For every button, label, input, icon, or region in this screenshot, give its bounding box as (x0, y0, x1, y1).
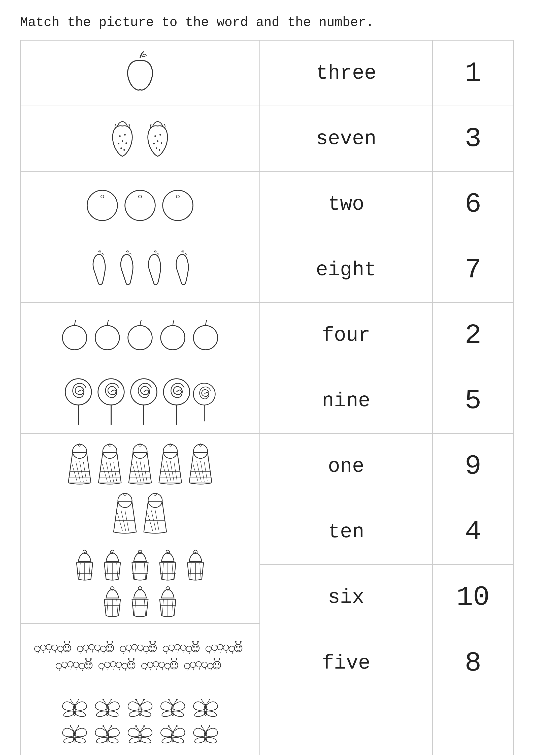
numbers-column: 1 3 6 7 2 5 9 4 10 8 (433, 40, 513, 755)
svg-point-222 (235, 641, 237, 643)
picture-cell-butterfly (21, 689, 260, 755)
svg-point-120 (194, 550, 197, 554)
svg-point-148 (58, 646, 63, 652)
svg-point-267 (165, 663, 170, 669)
svg-line-39 (80, 461, 83, 482)
svg-point-24 (193, 326, 217, 350)
svg-point-336 (143, 725, 145, 727)
svg-point-230 (62, 662, 67, 667)
svg-point-320 (201, 699, 202, 700)
svg-line-90 (148, 513, 153, 531)
svg-point-236 (89, 663, 91, 665)
svg-point-316 (176, 699, 178, 700)
svg-point-147 (52, 645, 58, 650)
svg-point-280 (184, 663, 190, 669)
svg-point-341 (176, 725, 178, 727)
svg-point-199 (186, 646, 192, 652)
svg-point-195 (163, 646, 168, 652)
svg-point-9 (157, 140, 159, 142)
svg-point-229 (56, 663, 62, 669)
svg-point-212 (206, 646, 211, 652)
words-numbers-columns: three seven two eight four nine one ten … (260, 40, 513, 755)
svg-point-252 (129, 663, 131, 665)
svg-point-184 (150, 646, 152, 648)
svg-point-126 (111, 587, 114, 590)
svg-line-66 (170, 461, 174, 482)
svg-line-105 (116, 563, 118, 579)
number-cell-5: 5 (433, 368, 513, 434)
svg-line-75 (200, 461, 204, 482)
svg-point-264 (147, 662, 153, 667)
svg-point-145 (40, 645, 46, 650)
svg-point-102 (111, 550, 114, 554)
number-cell-6: 6 (433, 172, 513, 237)
svg-line-103 (107, 563, 108, 579)
svg-point-182 (143, 646, 149, 652)
number-cell-10: 10 (433, 565, 513, 630)
svg-point-330 (103, 725, 104, 727)
svg-point-179 (126, 645, 132, 650)
word-cell-nine: nine (260, 368, 432, 434)
svg-line-111 (144, 563, 145, 579)
svg-point-213 (212, 645, 217, 650)
svg-point-198 (180, 645, 186, 650)
svg-point-8 (160, 134, 161, 136)
word-cell-eight: eight (260, 237, 432, 303)
svg-point-178 (120, 646, 126, 652)
svg-point-19 (176, 195, 179, 198)
svg-point-290 (214, 658, 215, 660)
svg-point-146 (46, 644, 52, 650)
svg-point-345 (201, 725, 202, 727)
picture-cell-icecream (21, 434, 260, 541)
number-cell-7: 7 (433, 237, 513, 303)
svg-point-311 (143, 699, 145, 700)
svg-line-64 (163, 464, 168, 482)
svg-point-340 (168, 725, 169, 727)
svg-point-3 (118, 143, 119, 145)
svg-point-283 (202, 662, 207, 667)
svg-point-196 (169, 645, 174, 650)
svg-point-165 (100, 646, 106, 652)
svg-point-23 (161, 326, 185, 350)
svg-point-321 (209, 699, 210, 700)
number-cell-3: 3 (433, 106, 513, 172)
svg-point-310 (135, 699, 137, 700)
svg-point-315 (168, 699, 169, 700)
svg-point-155 (69, 641, 70, 643)
svg-point-335 (135, 725, 137, 727)
svg-point-306 (111, 699, 112, 700)
svg-point-22 (128, 326, 152, 350)
svg-line-117 (172, 563, 173, 579)
svg-point-214 (217, 644, 223, 650)
svg-point-161 (77, 646, 83, 652)
word-cell-two: two (260, 172, 432, 237)
svg-point-232 (73, 662, 79, 667)
svg-point-249 (116, 662, 122, 667)
svg-point-246 (99, 663, 104, 669)
svg-point-248 (110, 662, 116, 667)
svg-point-205 (192, 641, 194, 643)
svg-point-151 (68, 646, 69, 648)
svg-point-96 (83, 550, 87, 554)
svg-point-172 (112, 641, 113, 643)
svg-point-11 (161, 142, 162, 144)
svg-point-286 (215, 663, 216, 665)
word-cell-four: four (260, 303, 432, 368)
svg-line-139 (162, 599, 164, 616)
svg-point-138 (166, 587, 169, 590)
svg-line-97 (79, 563, 80, 579)
svg-point-291 (219, 658, 220, 660)
instruction-text: Match the picture to the word and the nu… (20, 15, 514, 30)
svg-point-13 (159, 149, 160, 151)
svg-point-6 (123, 149, 125, 151)
svg-point-2 (122, 140, 123, 142)
svg-point-282 (196, 662, 201, 667)
svg-point-17 (139, 195, 141, 198)
svg-point-215 (223, 645, 229, 650)
svg-point-163 (89, 644, 94, 650)
svg-line-109 (135, 563, 136, 579)
svg-point-273 (171, 658, 172, 660)
words-column: three seven two eight four nine one ten … (260, 40, 433, 755)
svg-point-206 (197, 641, 199, 643)
svg-line-121 (190, 563, 191, 579)
